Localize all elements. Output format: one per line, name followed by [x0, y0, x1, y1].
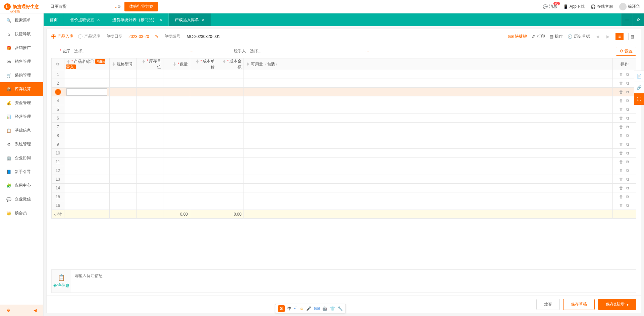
support[interactable]: 🎧 在线客服: [591, 4, 613, 9]
ime-mic-icon[interactable]: 🎤: [306, 306, 311, 311]
ime-smile-icon[interactable]: ☺: [300, 306, 304, 311]
copy-icon[interactable]: ⧉: [626, 125, 630, 129]
table-row[interactable]: 14🗑⧉: [52, 184, 636, 192]
tab-refresh[interactable]: ⟳: [633, 13, 644, 26]
delete-icon[interactable]: 🗑: [619, 151, 624, 155]
copy-icon[interactable]: ⧉: [626, 177, 630, 182]
copy-icon[interactable]: ⧉: [626, 90, 630, 94]
copy-icon[interactable]: ⧉: [626, 107, 630, 112]
messages-button[interactable]: 💬 消息 70: [543, 4, 557, 9]
col-qty[interactable]: ▲▼*数量: [163, 58, 190, 70]
close-icon[interactable]: ✕: [159, 18, 162, 22]
table-row[interactable]: 5🗑⧉: [52, 105, 636, 114]
side-tool-1[interactable]: 📄: [634, 71, 644, 82]
warehouse-more-icon[interactable]: ⋯: [190, 49, 194, 53]
delete-icon[interactable]: 🗑: [619, 116, 624, 121]
tab-3[interactable]: 产成品入库单✕: [169, 13, 211, 26]
table-row[interactable]: 9🗑⧉: [52, 140, 636, 149]
prev-arrow[interactable]: ◀: [595, 34, 600, 39]
table-row[interactable]: 1🗑⧉: [52, 70, 636, 79]
remarks-tab[interactable]: 📋 备注信息: [52, 270, 71, 292]
sidebar-item-7[interactable]: 📊经营管理: [0, 110, 43, 124]
view-grid[interactable]: ▦: [628, 33, 636, 40]
delete-icon[interactable]: 🗑: [619, 81, 624, 86]
sidebar-item-11[interactable]: 📘新手引导: [0, 165, 43, 179]
ime-lang[interactable]: 中: [287, 306, 291, 312]
side-tool-2[interactable]: 🔗: [634, 82, 644, 93]
handler-input[interactable]: [249, 47, 360, 55]
sidebar-item-6[interactable]: 💰资金管理: [0, 96, 43, 110]
product-name-input[interactable]: [66, 88, 107, 96]
table-row[interactable]: 13🗑⧉: [52, 175, 636, 184]
history-link[interactable]: 🕘历史单据: [568, 34, 590, 39]
copy-icon[interactable]: ⧉: [626, 186, 630, 190]
sidebar-item-8[interactable]: 📋基础信息: [0, 124, 43, 137]
save-draft-button[interactable]: 保存草稿: [563, 299, 595, 310]
ime-tool-icon[interactable]: 🔧: [338, 306, 343, 311]
col-spec[interactable]: ▲▼规格型号: [110, 58, 137, 70]
user-menu[interactable]: 徐泽华: [619, 3, 640, 10]
discard-button[interactable]: 放弃: [536, 299, 560, 310]
hotkey-link[interactable]: ⌨快捷键: [508, 34, 527, 39]
copy-icon[interactable]: ⧉: [626, 142, 630, 147]
table-row[interactable]: 10🗑⧉: [52, 149, 636, 157]
copy-icon[interactable]: ⧉: [626, 194, 630, 199]
handler-more-icon[interactable]: ⋯: [365, 49, 369, 53]
col-amount[interactable]: ▲▼*成本金额: [217, 58, 244, 70]
sidebar-item-9[interactable]: ⚙系统管理: [0, 137, 43, 151]
copy-icon[interactable]: ⧉: [626, 203, 630, 208]
settings-icon[interactable]: ⚙: [7, 308, 10, 313]
sidebar-item-5[interactable]: 📦库存核算: [0, 82, 43, 96]
edit-date-icon[interactable]: ✎: [155, 34, 158, 39]
delete-icon[interactable]: 🗑: [619, 107, 624, 112]
close-icon[interactable]: ✕: [97, 18, 100, 22]
tab-0[interactable]: 首页: [44, 13, 64, 26]
sidebar-item-0[interactable]: 🔍搜索菜单: [0, 13, 43, 27]
copy-icon[interactable]: ⧉: [626, 151, 630, 155]
warehouse-input[interactable]: [73, 47, 184, 55]
table-row[interactable]: 6🗑⧉: [52, 114, 636, 123]
cta-button[interactable]: 体验行业方案: [124, 2, 158, 11]
date-value[interactable]: 2023-03-20: [128, 34, 149, 39]
col-name[interactable]: ▲▼*产品名称ⓘ扫码录入: [64, 58, 110, 70]
collapse-icon[interactable]: ◀: [34, 308, 37, 313]
copy-icon[interactable]: ⧉: [626, 72, 630, 77]
app-download[interactable]: 📱 App下载: [563, 4, 585, 9]
ime-robot-icon[interactable]: 🤖: [322, 306, 327, 311]
table-row[interactable]: +🗑⧉: [52, 88, 636, 96]
close-icon[interactable]: ✕: [202, 18, 205, 22]
table-row[interactable]: 15🗑⧉: [52, 192, 636, 201]
table-row[interactable]: 4🗑⧉: [52, 96, 636, 105]
remarks-input[interactable]: [71, 270, 636, 292]
copy-icon[interactable]: ⧉: [626, 160, 630, 164]
ime-dot-icon[interactable]: •ˇ: [294, 306, 297, 311]
delete-icon[interactable]: 🗑: [619, 98, 624, 103]
side-tool-3[interactable]: ⛶: [634, 93, 644, 105]
save-new-button[interactable]: 保存&新增▾: [598, 299, 636, 310]
delete-icon[interactable]: 🗑: [619, 125, 624, 129]
next-arrow[interactable]: ▶: [605, 34, 611, 39]
copy-icon[interactable]: ⧉: [626, 168, 630, 173]
col-unit[interactable]: ▲▼*库存单位: [137, 58, 163, 70]
delete-icon[interactable]: 🗑: [619, 133, 624, 138]
copy-icon[interactable]: ⧉: [626, 81, 630, 86]
delete-icon[interactable]: 🗑: [619, 177, 624, 182]
settings-button[interactable]: ⚙设置: [616, 47, 636, 56]
ime-keyboard-icon[interactable]: ⌨: [314, 306, 320, 311]
sidebar-item-10[interactable]: 🏢企业协同: [0, 151, 43, 165]
delete-icon[interactable]: 🗑: [619, 203, 624, 208]
tab-2[interactable]: 进货单统计表（按商品）✕: [106, 13, 169, 26]
view-list[interactable]: ≡: [615, 33, 624, 40]
copy-icon[interactable]: ⧉: [626, 98, 630, 103]
delete-icon[interactable]: 🗑: [619, 142, 624, 147]
delete-icon[interactable]: 🗑: [619, 160, 624, 164]
delete-icon[interactable]: 🗑: [619, 194, 624, 199]
copy-icon[interactable]: ⧉: [626, 116, 630, 121]
tab-minimize[interactable]: —: [621, 13, 633, 26]
table-row[interactable]: 12🗑⧉: [52, 166, 636, 175]
sidebar-item-12[interactable]: 🧩应用中心: [0, 179, 43, 192]
table-row[interactable]: 16🗑⧉: [52, 201, 636, 210]
sidebar-item-1[interactable]: ⌂快捷导航: [0, 27, 43, 41]
col-avail[interactable]: ▲▼可用量（包装）: [244, 58, 613, 70]
delete-icon[interactable]: 🗑: [619, 90, 624, 94]
